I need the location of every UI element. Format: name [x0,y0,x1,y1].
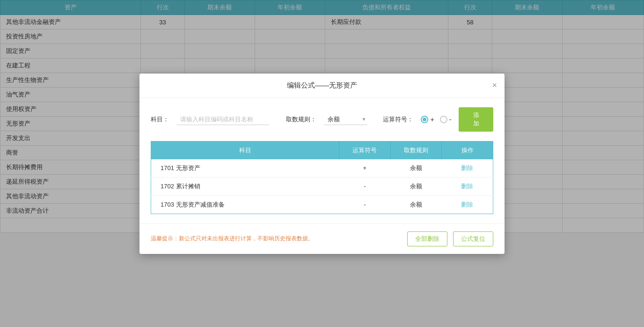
reset-formula-button[interactable]: 公式复位 [453,231,493,246]
formula-table-row: 1701 无形资产 + 余额 删除 [151,159,493,178]
formula-table-row: 1702 累计摊销 - 余额 删除 [151,177,493,195]
delete-row-link[interactable]: 删除 [461,183,473,190]
footer-buttons: 全部删除 公式复位 [407,231,493,246]
operator-plus-radio-circle [421,116,428,123]
subject-input[interactable] [176,114,269,125]
operator-radio-group: + - [421,116,451,123]
formula-rule-cell: 余额 [390,159,442,178]
formula-rule-cell: 余额 [390,195,442,214]
operator-minus-radio-circle [440,116,447,123]
formula-subject-cell: 1701 无形资产 [151,159,339,178]
operator-minus-radio[interactable]: - [440,116,452,123]
modal-title: 编辑公式——无形资产 [287,81,357,90]
formula-subject-cell: 1703 无形资产减值准备 [151,195,339,214]
formula-subject-cell: 1702 累计摊销 [151,177,339,195]
delete-row-link[interactable]: 删除 [461,201,473,208]
footer-hint: 温馨提示：新公式只对未出报表进行计算，不影响历史报表数据。 [151,235,314,243]
formula-table: 科目 运算符号 取数规则 操作 1701 无形资产 + 余额 删除 1702 累… [151,141,493,214]
delete-all-button[interactable]: 全部删除 [407,231,447,246]
operator-plus-radio[interactable]: + [421,116,434,123]
rule-select[interactable]: 余额 借方发生额 贷方发生额 [324,114,367,125]
operator-minus-sign: - [449,116,452,123]
delete-row-link[interactable]: 删除 [461,164,473,171]
add-button[interactable]: 添加 [459,107,493,132]
formula-table-row: 1703 无形资产减值准备 - 余额 删除 [151,195,493,214]
subject-label: 科目： [151,115,169,124]
formula-action-cell: 删除 [442,195,493,214]
col-subject: 科目 [151,141,339,159]
modal-footer: 温馨提示：新公式只对未出报表进行计算，不影响历史报表数据。 全部删除 公式复位 [139,223,505,254]
rule-select-wrapper: 余额 借方发生额 贷方发生额 ▼ [324,114,366,125]
formula-action-cell: 删除 [442,177,493,195]
col-operator: 运算符号 [339,141,391,159]
operator-label: 运算符号： [383,115,413,124]
formula-action-cell: 删除 [442,159,493,178]
rule-label: 取数规则： [286,115,316,124]
formula-form-row: 科目： 取数规则： 余额 借方发生额 贷方发生额 ▼ 运算符号： + [151,107,493,132]
modal-dialog: 编辑公式——无形资产 × 科目： 取数规则： 余额 借方发生额 贷方发生额 ▼ … [139,74,505,254]
formula-rule-cell: 余额 [390,177,442,195]
modal-overlay: 编辑公式——无形资产 × 科目： 取数规则： 余额 借方发生额 贷方发生额 ▼ … [0,0,644,327]
formula-operator-cell: + [339,159,391,178]
col-rule: 取数规则 [390,141,442,159]
col-action: 操作 [442,141,493,159]
modal-body: 科目： 取数规则： 余额 借方发生额 贷方发生额 ▼ 运算符号： + [139,98,505,223]
formula-operator-cell: - [339,177,391,195]
formula-operator-cell: - [339,195,391,214]
modal-close-button[interactable]: × [492,81,497,89]
operator-plus-sign: + [430,116,434,123]
modal-header: 编辑公式——无形资产 × [139,74,505,98]
